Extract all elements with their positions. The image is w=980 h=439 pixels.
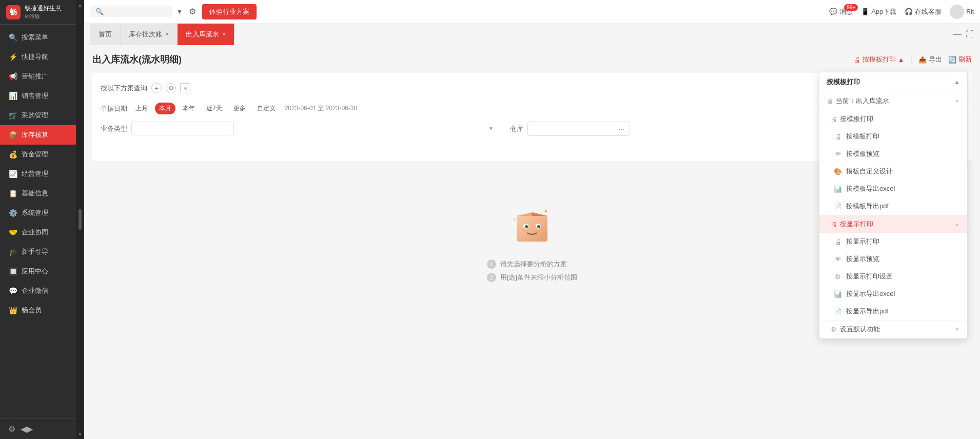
- filter-add-button[interactable]: +: [151, 83, 162, 93]
- industry-solution-button[interactable]: 体验行业方案: [202, 4, 257, 19]
- date-opt-last-month[interactable]: 上月: [131, 103, 152, 114]
- header-gear-button[interactable]: ⚙: [187, 5, 198, 18]
- sidebar-item-cooperation[interactable]: 🤝 企业协同: [0, 223, 76, 242]
- business-type-select-arrow: ▼: [488, 126, 494, 131]
- template-preview-item[interactable]: 👁 按模板预览: [819, 145, 967, 163]
- tab-minimize-button[interactable]: —: [953, 30, 962, 39]
- date-opt-7days[interactable]: 近7天: [202, 103, 226, 114]
- date-opt-more[interactable]: 更多: [229, 103, 250, 114]
- scroll-thumb[interactable]: [79, 209, 82, 230]
- template-print-item[interactable]: 🖨 按模板打印: [819, 128, 967, 145]
- sidebar-settings-icon[interactable]: ⚙: [8, 424, 15, 434]
- sidebar-item-member[interactable]: 👑 畅会员: [0, 301, 76, 320]
- date-opt-custom[interactable]: 自定义: [253, 103, 280, 114]
- printer-icon: 🖨: [854, 56, 860, 64]
- header-search-input[interactable]: [107, 8, 167, 15]
- warehouse-dots-button[interactable]: ···: [618, 125, 624, 133]
- empty-state-illustration: ✦ ✦: [506, 198, 558, 249]
- user-profile-button[interactable]: Rit: [950, 5, 974, 19]
- tab-bar-left: 首页 库存批次账 × 出入库流水 ×: [90, 24, 234, 45]
- messages-badge: 99+: [844, 4, 858, 11]
- sidebar-item-guide[interactable]: 🎓 新手引导: [0, 242, 76, 262]
- preset-printer-icon: 🖨: [827, 97, 833, 105]
- template-export-pdf-label: 按模板导出pdf: [846, 202, 889, 211]
- display-export-excel-label: 按显示导出excel: [846, 289, 895, 298]
- sidebar-item-finance[interactable]: 💰 资金管理: [0, 145, 76, 164]
- tab-inventory-batch[interactable]: 库存批次账 ×: [121, 24, 178, 45]
- template-export-excel-item[interactable]: 📊 按模板导出excel: [819, 180, 967, 197]
- sidebar: 畅 畅捷通好生意 标准版 🔍 搜索菜单 ⚡ 快捷导航 📢 营销推广 📊 销售管理: [0, 0, 76, 439]
- tab-inout-flow[interactable]: 出入库流水 ×: [178, 24, 234, 45]
- sidebar-label-finance: 资金管理: [22, 150, 48, 159]
- app-download-button[interactable]: 📱 App下载: [861, 7, 896, 16]
- export-button[interactable]: 📤 导出: [918, 55, 942, 64]
- export-label: 导出: [929, 55, 942, 64]
- svg-text:✦: ✦: [543, 208, 548, 215]
- display-print-item[interactable]: 🖨 按显示打印: [819, 233, 967, 250]
- svg-point-6: [537, 225, 540, 228]
- step-1-number: 1: [487, 260, 496, 269]
- display-preview-item[interactable]: 👁 按显示预览: [819, 250, 967, 268]
- sidebar-label-wechat: 企业微信: [22, 286, 48, 295]
- template-export-pdf-item[interactable]: 📄 按模板导出pdf: [819, 197, 967, 215]
- sidebar-item-operations[interactable]: 📈 经营管理: [0, 164, 76, 184]
- refresh-button[interactable]: 🔄 刷新: [948, 55, 972, 64]
- display-section-icon: 🖨: [830, 220, 838, 228]
- sidebar-item-system[interactable]: ⚙️ 系统管理: [0, 203, 76, 223]
- scroll-up-arrow[interactable]: ▲: [76, 0, 84, 10]
- sidebar-item-basic[interactable]: 📋 基础信息: [0, 184, 76, 203]
- sidebar-label-marketing: 营销推广: [22, 72, 48, 81]
- sidebar-item-search[interactable]: 🔍 搜索菜单: [0, 28, 76, 47]
- guide-icon: 🎓: [8, 247, 17, 256]
- marketing-icon: 📢: [8, 72, 17, 81]
- print-dropdown-close-arrow[interactable]: ▲: [954, 78, 960, 86]
- template-print-section-header[interactable]: 🖨 按模板打印: [819, 110, 967, 128]
- tab-home[interactable]: 首页: [90, 24, 121, 45]
- filter-warehouse-input[interactable]: ···: [527, 122, 630, 136]
- display-export-pdf-item[interactable]: 📄 按显示导出pdf: [819, 303, 967, 320]
- sidebar-item-wechat[interactable]: 💬 企业微信: [0, 281, 76, 301]
- filter-collapse-button[interactable]: «: [180, 83, 190, 93]
- apps-icon: 🔲: [8, 267, 17, 276]
- template-print-item-label: 按模板打印: [846, 132, 879, 141]
- online-service-button[interactable]: 🎧 在线客服: [905, 7, 942, 16]
- sidebar-item-quick-nav[interactable]: ⚡ 快捷导航: [0, 47, 76, 67]
- template-preview-label: 按模板预览: [846, 149, 879, 158]
- filter-settings-button[interactable]: ⚙: [166, 83, 176, 93]
- sidebar-item-inventory[interactable]: 📦 库存核算: [0, 125, 76, 145]
- sidebar-collapse-icon[interactable]: ◀▶: [21, 424, 33, 434]
- messages-button[interactable]: 💬 消息 99+: [829, 7, 853, 16]
- template-custom-item[interactable]: 🎨 模板自定义设计: [819, 163, 967, 180]
- display-export-excel-item[interactable]: 📊 按显示导出excel: [819, 285, 967, 303]
- inventory-icon: 📦: [8, 130, 17, 139]
- set-default-section-header[interactable]: ⚙ 设置默认功能 ▼: [819, 321, 967, 338]
- display-print-section-header[interactable]: 🖨 按显示打印 ▲: [819, 215, 967, 233]
- headset-icon: 🎧: [905, 8, 913, 15]
- header-search-dropdown[interactable]: ▼: [177, 8, 183, 15]
- sidebar-item-marketing[interactable]: 📢 营销推广: [0, 67, 76, 86]
- sidebar-item-apps[interactable]: 🔲 应用中心: [0, 262, 76, 281]
- user-avatar: [950, 5, 964, 19]
- scroll-down-arrow[interactable]: ▼: [76, 429, 84, 439]
- print-button[interactable]: 🖨 按模板打印 ▲: [854, 55, 905, 64]
- tab-maximize-button[interactable]: ⛶: [966, 30, 974, 39]
- date-opt-this-month[interactable]: 本月: [155, 103, 175, 114]
- filter-business-type-select[interactable]: [131, 122, 234, 135]
- tab-inout-flow-close[interactable]: ×: [222, 31, 226, 38]
- display-print-label: 按显示打印: [846, 237, 879, 246]
- page-title: 出入库流水(流水明细): [92, 53, 182, 66]
- date-opt-this-year[interactable]: 本年: [179, 103, 199, 114]
- display-settings-icon: ⚙: [834, 272, 842, 281]
- sidebar-scrollbar: ▲ ▼: [76, 0, 84, 439]
- message-icon: 💬: [829, 8, 837, 15]
- date-range-display: 2023-06-01 至 2023-06-30: [285, 104, 357, 113]
- sidebar-item-purchase[interactable]: 🛒 采购管理: [0, 106, 76, 125]
- display-print-settings-item[interactable]: ⚙ 按显示打印设置: [819, 268, 967, 285]
- sidebar-item-sales[interactable]: 📊 销售管理: [0, 86, 76, 106]
- main-content: 🔍 ▼ ⚙ 体验行业方案 💬 消息 99+ 📱 App下载 🎧 在线客服: [84, 0, 980, 439]
- svg-marker-1: [517, 212, 532, 216]
- tab-home-label: 首页: [99, 30, 112, 39]
- tab-inventory-batch-close[interactable]: ×: [165, 31, 169, 38]
- header-left: 🔍 ▼ ⚙ 体验行业方案: [90, 4, 257, 19]
- header-search-box[interactable]: 🔍: [90, 6, 172, 17]
